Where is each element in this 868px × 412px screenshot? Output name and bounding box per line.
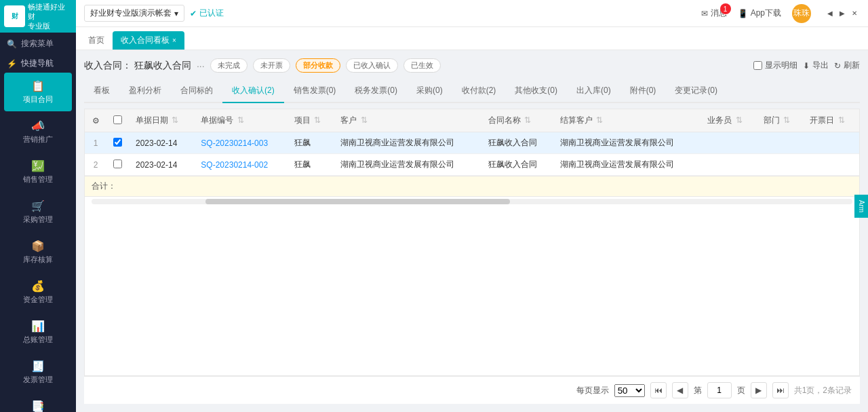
- cb-col-header[interactable]: [106, 109, 129, 132]
- general-icon: 📊: [31, 320, 45, 333]
- tab-tax-invoice[interactable]: 税务发票(0): [345, 79, 407, 103]
- message-badge: 1: [720, 3, 731, 14]
- forward-button[interactable]: ▶: [837, 8, 848, 19]
- sidebar-item-invoice[interactable]: 🧾 发票管理: [4, 353, 72, 392]
- breadcrumb-home[interactable]: 首页: [84, 32, 108, 49]
- active-tab[interactable]: 收入合同看板 ×: [113, 31, 184, 50]
- row-number[interactable]: SQ-20230214-003: [194, 132, 287, 154]
- project-col-header[interactable]: 项目 ⇅: [288, 109, 334, 132]
- sidebar-item-general[interactable]: 📊 总账管理: [4, 313, 72, 352]
- phone-icon: 📱: [738, 9, 748, 18]
- dept-col-header[interactable]: 部门 ⇅: [757, 109, 804, 132]
- table-row[interactable]: 2 2023-02-14 SQ-20230214-002 狂飙 湖南卫视商业运营…: [85, 154, 859, 176]
- sidebar-item-inventory[interactable]: 📦 库存核算: [4, 233, 72, 271]
- avatar[interactable]: 珠珠: [792, 4, 811, 23]
- secondary-tabs: 看板 盈利分析 合同标的 收入确认(2) 销售发票(0) 税务发票(0) 采购(…: [84, 79, 860, 103]
- sidebar-item-tax[interactable]: 📑 税务管理: [4, 393, 72, 412]
- row-checkbox[interactable]: [113, 160, 122, 168]
- scrollbar-track[interactable]: [92, 199, 852, 204]
- status-invoice-btn[interactable]: 未开票: [253, 58, 290, 73]
- search-menu[interactable]: 🔍 搜索菜单: [0, 33, 76, 55]
- refresh-button[interactable]: ↻ 刷新: [834, 60, 860, 71]
- tab-change-log[interactable]: 变更记录(0): [665, 79, 727, 103]
- tabbar: 首页 收入合同看板 ×: [76, 27, 868, 50]
- last-page-button[interactable]: ⏭: [772, 382, 789, 398]
- row-dept: [757, 154, 804, 176]
- sort-icon: ⇅: [736, 115, 743, 125]
- tab-kanban[interactable]: 看板: [84, 79, 119, 103]
- back-button[interactable]: ◀: [825, 8, 835, 19]
- tab-other-income[interactable]: 其他收支(0): [505, 79, 567, 103]
- table-row[interactable]: 1 2023-02-14 SQ-20230214-003 狂飙 湖南卫视商业运营…: [85, 132, 859, 154]
- app-download-button[interactable]: 📱 App下载: [738, 7, 781, 19]
- more-button[interactable]: ···: [197, 60, 205, 71]
- contract-header: 收入合同： 狂飙收入合同 ··· 未完成 未开票 部分收款 已收入确认 已生效 …: [84, 58, 860, 73]
- open-date-col-header[interactable]: 开票日 ⇅: [803, 109, 859, 132]
- customer-col-header[interactable]: 客户 ⇅: [334, 109, 481, 132]
- row-checkbox[interactable]: [113, 138, 122, 147]
- scrollbar-thumb[interactable]: [205, 199, 510, 204]
- gear-col-header[interactable]: ⚙: [85, 109, 106, 132]
- sidebar-item-sales[interactable]: 💹 销售管理: [4, 153, 72, 191]
- per-page-select[interactable]: 50 10 20 100: [614, 384, 645, 397]
- window-nav-controls: ◀ ▶ ✕: [825, 8, 860, 19]
- status-effective-btn[interactable]: 已生效: [403, 58, 441, 73]
- prev-page-button[interactable]: ◀: [672, 382, 688, 398]
- row-sales: [701, 132, 756, 154]
- right-float-button[interactable]: Arm: [854, 194, 868, 217]
- project-icon: 📋: [31, 79, 45, 92]
- show-detail-input[interactable]: [753, 61, 762, 70]
- page-unit: 页: [737, 385, 745, 396]
- row-customer: 湖南卫视商业运营发展有限公司: [334, 154, 481, 176]
- tab-attachment[interactable]: 附件(0): [620, 79, 666, 103]
- sidebar-item-purchase[interactable]: 🛒 采购管理: [4, 193, 72, 231]
- page-input[interactable]: [707, 382, 732, 398]
- close-button[interactable]: ✕: [849, 8, 860, 19]
- sidebar-item-marketing[interactable]: 📣 营销推广: [4, 113, 72, 151]
- per-page-label: 每页显示: [576, 385, 609, 396]
- row-customer: 湖南卫视商业运营发展有限公司: [334, 132, 481, 154]
- tab-sales-invoice[interactable]: 销售发票(0): [284, 79, 346, 103]
- company-selector[interactable]: 好业财专业版演示帐套 ▾: [84, 5, 184, 22]
- row-number-link[interactable]: SQ-20230214-002: [201, 160, 268, 170]
- sort-icon: ⇅: [596, 115, 603, 125]
- data-table: ⚙ 单据日期 ⇅ 单据编号 ⇅: [85, 109, 859, 176]
- tab-income-confirm[interactable]: 收入确认(2): [222, 79, 284, 103]
- select-all-checkbox[interactable]: [113, 115, 122, 124]
- next-page-button[interactable]: ▶: [751, 382, 767, 398]
- message-icon: ✉: [701, 9, 708, 18]
- number-col-header[interactable]: 单据编号 ⇅: [194, 109, 287, 132]
- sidebar-item-project[interactable]: 📋 项目合同: [4, 73, 72, 111]
- row-number-link[interactable]: SQ-20230214-003: [201, 138, 268, 148]
- verified-badge: ✔ 已认证: [190, 7, 224, 19]
- tab-purchase[interactable]: 采购(0): [407, 79, 452, 103]
- status-confirmed-btn[interactable]: 已收入确认: [346, 58, 398, 73]
- first-page-button[interactable]: ⏮: [650, 382, 667, 398]
- tab-payment[interactable]: 收付款(2): [452, 79, 506, 103]
- status-incomplete-btn[interactable]: 未完成: [210, 58, 248, 73]
- row-number[interactable]: SQ-20230214-002: [194, 154, 287, 176]
- tab-profit[interactable]: 盈利分析: [119, 79, 171, 103]
- settle-customer-col-header[interactable]: 结算客户 ⇅: [553, 109, 701, 132]
- message-button[interactable]: ✉ 消息 1: [701, 7, 727, 19]
- marketing-icon: 📣: [31, 119, 45, 132]
- row-checkbox-cell[interactable]: [106, 132, 129, 154]
- row-checkbox-cell[interactable]: [106, 154, 129, 176]
- sales-col-header[interactable]: 业务员 ⇅: [701, 109, 756, 132]
- page-label: 第: [694, 385, 702, 396]
- quick-nav[interactable]: ⚡ 快捷导航: [0, 55, 76, 72]
- status-partial-btn[interactable]: 部分收款: [296, 58, 340, 73]
- sidebar-item-fund[interactable]: 💰 资金管理: [4, 273, 72, 312]
- sort-icon: ⇅: [314, 115, 321, 125]
- contract-col-header[interactable]: 合同名称 ⇅: [481, 109, 553, 132]
- date-col-header[interactable]: 单据日期 ⇅: [129, 109, 194, 132]
- tab-warehouse[interactable]: 出入库(0): [567, 79, 620, 103]
- show-detail-checkbox[interactable]: 显示明细: [753, 60, 797, 71]
- right-float-panel: Arm: [854, 194, 868, 217]
- row-contract: 狂飙收入合同: [481, 154, 553, 176]
- table-footer: 合计：: [85, 176, 859, 196]
- tab-standard[interactable]: 合同标的: [171, 79, 222, 103]
- horizontal-scrollbar[interactable]: [85, 196, 859, 206]
- export-button[interactable]: ⬇ 导出: [803, 60, 829, 71]
- tab-close-icon[interactable]: ×: [172, 37, 176, 44]
